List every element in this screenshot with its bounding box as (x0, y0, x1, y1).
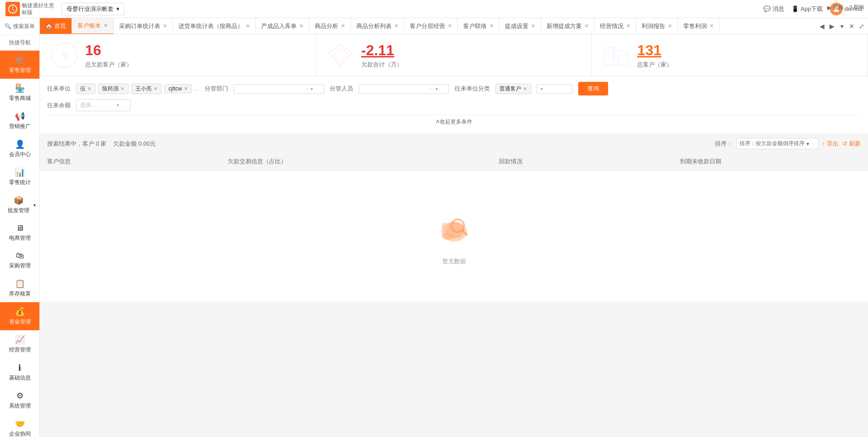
category-tag-close-0[interactable]: ✕ (523, 86, 527, 92)
category-select[interactable]: ▾ (537, 84, 573, 94)
system-mgmt-icon: ⚙ (4, 391, 36, 401)
tab-close-product-analysis-list[interactable]: ✕ (394, 23, 398, 29)
col-header-customer-info: 客户信息 (47, 157, 228, 166)
sidebar-item-purchase-mgmt[interactable]: 🛍 采购管理 (0, 247, 39, 274)
unit-tag-3[interactable]: cjttcw ✕ (164, 84, 192, 93)
tab-operation-status[interactable]: 经营情况 ✕ (595, 18, 636, 34)
sidebar: 🔍 搜索菜单 快捷导航 🛒 零售管理 🏪 零售商城 📢 营销推广 👤 会员中 (0, 18, 40, 437)
unit-tag-1[interactable]: 陈民强 ✕ (98, 84, 129, 94)
tab-new-promotion-plan[interactable]: 新增提成方案 ✕ (541, 18, 595, 34)
sidebar-item-system-mgmt[interactable]: ⚙ 系统管理 (0, 386, 39, 414)
tab-close-product-analysis[interactable]: ✕ (341, 23, 345, 29)
tab-customer-tier[interactable]: 客户分层经营 ✕ (404, 18, 458, 34)
tab-close-retail-profit[interactable]: ✕ (710, 23, 714, 29)
message-icon: 💬 (763, 5, 771, 12)
tab-product-analysis[interactable]: 商品分析 ✕ (309, 18, 351, 34)
tab-nav-left[interactable]: ◀ (817, 22, 826, 31)
svg-rect-11 (611, 55, 613, 57)
tab-close-new-promotion-plan[interactable]: ✕ (585, 23, 589, 29)
svg-rect-7 (619, 51, 628, 65)
export-button[interactable]: ↑ 导出 (822, 140, 839, 148)
tab-bar: 🏠 首页 客户账本 ✕ 采购订单统计表 ✕ 进货单统计表（按商品） ✕ 产成品入… (40, 18, 868, 34)
stat-icon-building (603, 42, 630, 69)
tab-close-operation-status[interactable]: ✕ (626, 23, 630, 29)
sidebar-item-operation-mgmt[interactable]: 📈 经营管理 (0, 330, 39, 358)
member-center-icon: 👤 (4, 139, 36, 149)
tab-retail-profit[interactable]: 零售利润 ✕ (678, 18, 719, 34)
unit-tag-close-0[interactable]: ✕ (87, 86, 91, 92)
unit-tag-2[interactable]: 王小亮 ✕ (131, 84, 162, 94)
tab-purchase-order[interactable]: 采购订单统计表 ✕ (114, 18, 173, 34)
tab-close-accounts[interactable]: ✕ (104, 23, 108, 28)
collapse-icon: ∧ (436, 118, 440, 126)
tab-close-customer-contact[interactable]: ✕ (489, 23, 494, 29)
message-button[interactable]: 💬 消息 (763, 5, 784, 13)
tab-close-promotion-settings[interactable]: ✕ (531, 23, 535, 29)
stat-card-credit-amount: -2.11 欠款合计（万） (316, 34, 592, 76)
refresh-button[interactable]: ↺ 刷新 (842, 140, 861, 148)
tab-nav-expand[interactable]: ▾ (837, 22, 846, 31)
sidebar-item-capital-mgmt[interactable]: 💰 资金管理 (0, 302, 39, 330)
sidebar-item-ecommerce-mgmt[interactable]: 🖥 电商管理 (0, 219, 39, 247)
search-result-bar: 搜索结果中，客户 0 家 欠款金额 0.00元 排序： 排序： (40, 134, 868, 153)
search-menu[interactable]: 🔍 搜索菜单 (0, 18, 39, 35)
unit-tag-close-1[interactable]: ✕ (120, 86, 125, 92)
tab-nav-right[interactable]: ▶ (827, 22, 836, 31)
svg-point-19 (442, 233, 453, 240)
category-tag-0[interactable]: 普通客户 ✕ (495, 84, 531, 94)
tab-fullscreen[interactable]: ⤢ (857, 22, 866, 31)
sort-select[interactable]: 排序：按欠款金额倒序排序 ▾ (736, 138, 819, 149)
quick-nav[interactable]: 快捷导航 (0, 35, 39, 51)
sidebar-item-member-center[interactable]: 👤 会员中心 (0, 135, 39, 163)
balance-select[interactable]: 选择... ▾ (76, 99, 130, 111)
tab-accounts[interactable]: 客户账本 ✕ (72, 18, 114, 34)
tab-close-inbound-stats[interactable]: ✕ (246, 23, 250, 29)
unit-tag-close-3[interactable]: ✕ (184, 86, 188, 92)
svg-rect-12 (621, 54, 623, 57)
sidebar-item-enterprise-collab[interactable]: 🤝 企业协同 (0, 414, 39, 437)
tab-close-profit-report[interactable]: ✕ (668, 23, 672, 29)
dept-select[interactable]: ⋯ ▾ (234, 84, 324, 94)
tab-close-product-inbound[interactable]: ✕ (299, 23, 303, 29)
collapse-filters-button[interactable]: ∧ 收起更多条件 (47, 115, 861, 128)
retail-mall-icon: 🏪 (4, 83, 36, 93)
unit-tag-close-2[interactable]: ✕ (153, 86, 158, 92)
tab-close-customer-tier[interactable]: ✕ (448, 23, 452, 29)
more-tags-indicator[interactable]: ... (195, 86, 199, 92)
logo-icon (5, 2, 20, 16)
empty-icon (432, 207, 477, 252)
svg-point-18 (441, 223, 449, 232)
sidebar-item-retail-mall[interactable]: 🏪 零售商城 (0, 79, 39, 107)
sidebar-item-retail-stats[interactable]: 📊 零售统计 (0, 163, 39, 191)
tab-product-inbound[interactable]: 产成品入库单 ✕ (256, 18, 309, 34)
tab-inbound-stats[interactable]: 进货单统计表（按商品） ✕ (173, 18, 256, 34)
main-content: ¥ 16 总欠款客户（家） (40, 34, 868, 437)
tab-promotion-settings[interactable]: 提成设置 ✕ (499, 18, 541, 34)
tab-profit-report[interactable]: 利润报告 ✕ (636, 18, 678, 34)
col-header-payment-status: 回款情况 (499, 157, 680, 166)
sidebar-item-retail-mgmt[interactable]: 🛒 零售管理 (0, 51, 39, 79)
tab-product-analysis-list[interactable]: 商品分析列表 ✕ (351, 18, 404, 34)
svg-text:¥: ¥ (61, 49, 67, 61)
stat-icon-diamond (327, 42, 354, 69)
sort-label: 排序： (715, 140, 733, 148)
unit-tag-0[interactable]: 伍 ✕ (76, 84, 96, 94)
selector-button[interactable]: 母婴行业演示帐套 ▾ (62, 3, 125, 15)
app-layout: 畅捷通好生意 标版 母婴行业演示帐套 ▾ 💬 消息 📱 App下载 (0, 0, 868, 437)
sidebar-item-batch-mgmt[interactable]: 📦 批发管理 ▾ (0, 191, 39, 219)
sidebar-item-basic-info[interactable]: ℹ 基础信息 (0, 358, 39, 386)
inventory-check-icon: 📋 (4, 279, 36, 289)
query-button[interactable]: 查询 (578, 82, 608, 95)
tab-customer-contact[interactable]: 客户联络 ✕ (458, 18, 499, 34)
account-selector[interactable]: 母婴行业演示帐套 ▾ (62, 3, 125, 15)
basic-info-icon: ℹ (4, 363, 36, 373)
app-download-button[interactable]: 📱 App下载 (791, 5, 823, 13)
tab-close-all[interactable]: ✕ (847, 22, 856, 31)
tab-home[interactable]: 🏠 首页 (40, 18, 72, 34)
person-select[interactable]: ⋯ ▾ (359, 84, 449, 94)
svg-marker-4 (329, 44, 352, 66)
sidebar-item-inventory-check[interactable]: 📋 库存核算 (0, 274, 39, 302)
sidebar-item-marketing[interactable]: 📢 营销推广 (0, 107, 39, 135)
tab-close-purchase-order[interactable]: ✕ (163, 23, 167, 29)
dept-dropdown-arrow: ⋯ ▾ (305, 86, 313, 91)
